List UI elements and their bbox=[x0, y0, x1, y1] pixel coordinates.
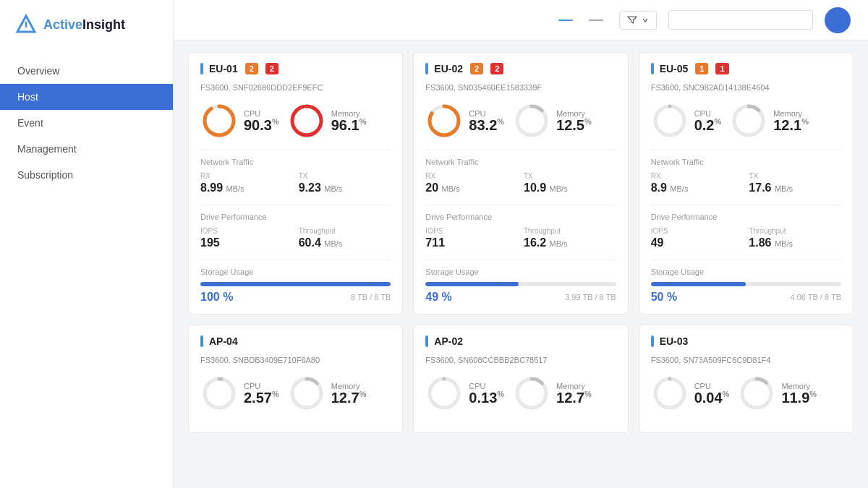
rx-label: RX bbox=[200, 172, 293, 180]
mem-unit: % bbox=[584, 390, 592, 398]
throughput-stat: Throughput 1.86 MB/s bbox=[749, 227, 841, 249]
gauge-svg bbox=[425, 374, 463, 412]
iops-label: IOPS bbox=[425, 227, 518, 235]
logo-text: ActiveInsight bbox=[43, 17, 125, 33]
mem-metric: Memory 96.1% bbox=[288, 102, 367, 140]
divider2 bbox=[651, 205, 841, 205]
avatar[interactable] bbox=[825, 7, 851, 33]
cpu-unit: % bbox=[497, 117, 504, 126]
network-label: Network Traffic bbox=[425, 158, 616, 166]
throughput-stat: Throughput 60.4 MB/s bbox=[299, 227, 391, 249]
cards-grid: EU-01 22 FS3600, SNF02686DDD2EF9EFC CPU … bbox=[188, 52, 854, 433]
chevron-down-icon bbox=[642, 17, 649, 24]
cpu-unit: % bbox=[272, 390, 279, 398]
card-indicator bbox=[200, 63, 203, 74]
network-label: Network Traffic bbox=[200, 158, 391, 166]
cpu-value: 2.57% bbox=[244, 390, 279, 405]
iops-stat: IOPS 49 bbox=[651, 227, 744, 249]
cpu-metric: CPU 90.3% bbox=[200, 102, 279, 140]
card-subtitle: FS3600, SNC982AD14138E4604 bbox=[651, 83, 841, 92]
network-stats: RX 8.9 MB/s TX 17.6 MB/s bbox=[651, 172, 841, 194]
tx-unit: MB/s bbox=[324, 184, 342, 193]
mem-value: 12.7% bbox=[556, 390, 592, 405]
sidebar-item-overview[interactable]: Overview bbox=[0, 58, 173, 84]
svg-point-14 bbox=[205, 379, 234, 408]
gauge-svg bbox=[288, 374, 326, 412]
logo-icon bbox=[14, 13, 38, 36]
badge-red: 2 bbox=[265, 63, 278, 74]
rx-value: 8.9 MB/s bbox=[651, 181, 744, 194]
cpu-metric: CPU 0.2% bbox=[651, 102, 722, 140]
storage-bar-wrap bbox=[425, 282, 616, 286]
cpu-unit: % bbox=[272, 117, 279, 126]
mem-metric: Memory 12.7% bbox=[513, 374, 592, 412]
sidebar-item-event[interactable]: Event bbox=[0, 110, 173, 136]
mem-unit: % bbox=[809, 390, 817, 398]
card-subtitle: FS3600, SN608CCBBB2BC78517 bbox=[425, 356, 616, 364]
storage-label: Storage Usage bbox=[200, 267, 391, 276]
card-title: EU-05 bbox=[660, 63, 689, 74]
card-subtitle: FS3600, SNBDB3409E710F6A80 bbox=[200, 356, 391, 364]
svg-point-5 bbox=[292, 106, 321, 135]
iops-value: 195 bbox=[200, 236, 293, 249]
badge-red: 1 bbox=[715, 63, 728, 74]
iops-label: IOPS bbox=[651, 227, 744, 235]
mem-value: 12.5% bbox=[556, 118, 592, 132]
svg-point-22 bbox=[655, 379, 684, 408]
rx-value: 20 MB/s bbox=[425, 181, 518, 194]
card-indicator bbox=[425, 63, 428, 74]
throughput-unit: MB/s bbox=[550, 239, 568, 248]
cpu-metric: CPU 0.13% bbox=[425, 374, 504, 412]
mem-value: 12.1% bbox=[773, 118, 809, 132]
drive-stats: IOPS 49 Throughput 1.86 MB/s bbox=[651, 227, 841, 249]
tx-stat: TX 10.9 MB/s bbox=[524, 172, 616, 194]
rx-stat: RX 8.9 MB/s bbox=[651, 172, 744, 194]
card-indicator bbox=[425, 335, 428, 347]
storage-bar-fill bbox=[651, 282, 746, 286]
tx-value: 9.23 MB/s bbox=[299, 181, 391, 194]
iops-stat: IOPS 711 bbox=[425, 227, 518, 249]
tx-unit: MB/s bbox=[775, 184, 793, 193]
search-input[interactable] bbox=[668, 10, 813, 30]
card-subtitle: FS3600, SN73A509FC6C9D81F4 bbox=[651, 356, 841, 364]
card-indicator bbox=[651, 63, 654, 74]
tx-label: TX bbox=[524, 172, 616, 180]
cpu-value: 90.3% bbox=[244, 118, 279, 132]
card-ap-04: AP-04 FS3600, SNBDB3409E710F6A80 CPU 2.5… bbox=[188, 325, 403, 433]
badge-orange: 2 bbox=[470, 63, 483, 74]
sidebar-item-host[interactable]: Host bbox=[0, 84, 173, 110]
throughput-unit: MB/s bbox=[324, 239, 342, 248]
card-eu-02: EU-02 22 FS3600, SN035460EE1583339F CPU … bbox=[413, 52, 628, 314]
throughput-value: 60.4 MB/s bbox=[299, 236, 391, 249]
sidebar-item-subscription[interactable]: Subscription bbox=[0, 162, 173, 188]
storage-bar-fill bbox=[200, 282, 391, 286]
cpu-gauge bbox=[425, 102, 463, 140]
rx-unit: MB/s bbox=[670, 184, 688, 193]
metrics-row: CPU 83.2% Memory 12.5% bbox=[425, 102, 616, 140]
divider2 bbox=[425, 205, 616, 205]
mem-value: 12.7% bbox=[331, 390, 367, 405]
cpu-gauge bbox=[425, 374, 463, 412]
filter-button[interactable] bbox=[619, 11, 657, 30]
card-eu-05: EU-05 11 FS3600, SNC982AD14138E4604 CPU … bbox=[639, 52, 854, 314]
storage-row: 50 % 4.06 TB / 8 TB bbox=[651, 291, 841, 304]
throughput-value: 16.2 MB/s bbox=[524, 236, 616, 249]
storage-row: 100 % 8 TB / 8 TB bbox=[200, 291, 391, 304]
rx-stat: RX 8.99 MB/s bbox=[200, 172, 293, 194]
mem-gauge bbox=[288, 374, 326, 412]
card-header: EU-02 22 bbox=[425, 63, 616, 74]
cpu-unit: % bbox=[497, 390, 504, 398]
cpu-metric: CPU 83.2% bbox=[425, 102, 504, 140]
tx-unit: MB/s bbox=[550, 184, 568, 193]
filter-icon bbox=[627, 15, 637, 25]
mem-unit: % bbox=[801, 117, 809, 126]
storage-size: 3.99 TB / 8 TB bbox=[565, 293, 616, 301]
mem-unit: % bbox=[359, 117, 367, 126]
legend-line-gray bbox=[589, 20, 603, 21]
sidebar-item-management[interactable]: Management bbox=[0, 136, 173, 162]
drive-label: Drive Performance bbox=[200, 213, 391, 221]
gauge-svg bbox=[730, 102, 767, 140]
legend-subscription bbox=[558, 20, 577, 21]
iops-label: IOPS bbox=[200, 227, 293, 235]
card-title: EU-03 bbox=[660, 335, 689, 347]
